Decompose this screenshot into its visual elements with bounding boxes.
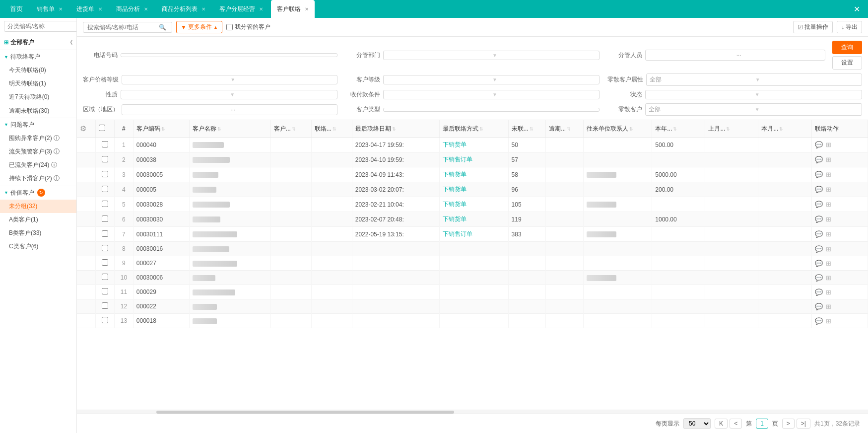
sidebar-group-value[interactable]: ▼ 价值客户 ↻ (0, 186, 76, 200)
filter-level-select[interactable]: ▼ (383, 75, 600, 84)
message-icon[interactable]: 💬 (815, 289, 823, 296)
cell-checkbox[interactable] (96, 314, 115, 328)
cell-checkbox[interactable] (96, 256, 115, 271)
sidebar-item-tomorrow[interactable]: 明天待联络(1) (0, 77, 76, 90)
message-icon[interactable]: 💬 (815, 171, 823, 178)
nav-close-btn[interactable]: ✕ (850, 4, 864, 14)
message-icon[interactable]: 💬 (815, 274, 823, 282)
next-page-btn[interactable]: > (782, 419, 795, 429)
cell-checkbox[interactable] (96, 212, 115, 227)
filter-scattered-select[interactable]: 全部 ▼ (645, 103, 862, 116)
sidebar-item-today[interactable]: 今天待联络(0) (0, 64, 76, 77)
filter-search-input[interactable] (87, 24, 157, 31)
col-name[interactable]: 客户名称⇅ (190, 120, 271, 138)
grid-icon[interactable]: ⊞ (826, 186, 831, 193)
filter-phone-input[interactable] (121, 53, 337, 57)
sidebar-item-warning[interactable]: 流失预警客户(3) ⓘ (0, 145, 76, 158)
nav-tab-customer-contact[interactable]: 客户联络 ✕ (271, 0, 315, 18)
filter-manager-select[interactable]: ··· (645, 50, 825, 61)
export-btn[interactable]: ↓ 导出 (837, 21, 862, 33)
filter-nature-select[interactable]: ▼ (121, 90, 337, 99)
nav-tab-sales[interactable]: 销售单 ✕ (31, 0, 68, 18)
message-icon[interactable]: 💬 (815, 216, 823, 223)
col-code[interactable]: 客户编码⇅ (133, 120, 189, 138)
cell-checkbox[interactable] (96, 182, 115, 197)
message-icon[interactable]: 💬 (815, 230, 823, 238)
col-last-date[interactable]: 最后联络日期⇅ (352, 120, 439, 138)
row-checkbox[interactable] (102, 201, 108, 207)
col-no-contact[interactable]: 未联...⇅ (508, 120, 546, 138)
filter-search-box[interactable]: 🔍 (83, 22, 172, 33)
message-icon[interactable]: 💬 (815, 141, 823, 148)
grid-icon[interactable]: ⊞ (826, 171, 831, 178)
col-biz-contact[interactable]: 往来单位联系人⇅ (583, 120, 652, 138)
cell-checkbox[interactable] (96, 271, 115, 285)
cell-checkbox[interactable] (96, 285, 115, 299)
contact-way-link[interactable]: 下销售订单 (443, 156, 472, 163)
cell-checkbox[interactable] (96, 242, 115, 256)
grid-icon[interactable]: ⊞ (826, 201, 831, 208)
row-checkbox[interactable] (102, 317, 108, 323)
col-this-year[interactable]: 本年...⇅ (652, 120, 705, 138)
row-checkbox[interactable] (102, 245, 108, 251)
page-size-select[interactable]: 50 100 (683, 418, 711, 429)
grid-icon[interactable]: ⊞ (826, 274, 831, 282)
close-tab-customer-layer[interactable]: ✕ (259, 6, 263, 12)
message-icon[interactable]: 💬 (815, 201, 823, 208)
col-this-month[interactable]: 本月...⇅ (758, 120, 811, 138)
cell-checkbox[interactable] (96, 227, 115, 242)
row-checkbox[interactable] (102, 186, 108, 192)
last-page-btn[interactable]: >| (797, 419, 810, 429)
grid-icon[interactable]: ⊞ (826, 230, 831, 238)
col-contact[interactable]: 联络...⇅ (311, 120, 352, 138)
row-checkbox[interactable] (102, 274, 108, 280)
row-checkbox[interactable] (102, 288, 108, 294)
cell-checkbox[interactable] (96, 152, 115, 167)
message-icon[interactable]: 💬 (815, 186, 823, 193)
row-checkbox[interactable] (102, 302, 108, 309)
nav-home[interactable]: 首页 (4, 4, 29, 13)
contact-way-link[interactable]: 下销货单 (443, 186, 467, 193)
contact-way-link[interactable]: 下销货单 (443, 141, 467, 148)
cell-checkbox[interactable] (96, 138, 115, 152)
filter-status-select[interactable]: ▼ (645, 90, 862, 99)
grid-icon[interactable]: ⊞ (826, 245, 831, 253)
col-settings[interactable]: ⚙ (77, 120, 96, 138)
sidebar-item-class-c[interactable]: C类客户(6) (0, 240, 76, 253)
contact-way-link[interactable]: 下销货单 (443, 216, 467, 222)
grid-icon[interactable]: ⊞ (826, 289, 831, 296)
message-icon[interactable]: 💬 (815, 156, 823, 163)
col-checkbox[interactable] (96, 120, 115, 138)
contact-way-link[interactable]: 下销货单 (443, 201, 467, 208)
nav-tab-analysis[interactable]: 商品分析 ✕ (110, 0, 154, 18)
filter-customer-type-select[interactable] (383, 108, 600, 112)
dots-icon-2[interactable]: ··· (228, 106, 334, 113)
col-last-way[interactable]: 最后联络方式⇅ (440, 120, 509, 138)
sidebar-item-declining[interactable]: 持续下滑客户(2) ⓘ (0, 172, 76, 185)
row-checkbox[interactable] (102, 216, 108, 222)
col-overdue[interactable]: 逾期...⇅ (546, 120, 584, 138)
grid-icon[interactable]: ⊞ (826, 317, 831, 325)
reset-btn[interactable]: 设置 (832, 56, 862, 70)
filter-scattered-attr-select[interactable]: 全部 ▼ (646, 73, 862, 86)
nav-tab-analysis-list[interactable]: 商品分析列表 ✕ (156, 0, 211, 18)
prev-page-btn[interactable]: < (730, 419, 742, 429)
filter-price-level-select[interactable]: ▼ (122, 75, 337, 84)
close-tab-analysis[interactable]: ✕ (144, 6, 148, 12)
sidebar-all-customers[interactable]: ⊞ 全部客户 《 (0, 35, 76, 50)
my-customers-checkbox[interactable]: 我分管的客户 (226, 23, 270, 31)
contact-way-link[interactable]: 下销售订单 (443, 230, 472, 237)
first-page-btn[interactable]: K (715, 419, 728, 429)
sidebar-item-overdue[interactable]: 逾期未联络(30) (0, 104, 76, 118)
more-conditions-btn[interactable]: ▼ 更多条件 ▲ (176, 21, 222, 33)
filter-region-select[interactable]: ··· (122, 104, 337, 115)
nav-tab-purchase[interactable]: 进货单 ✕ (70, 0, 108, 18)
grid-icon[interactable]: ⊞ (826, 156, 831, 163)
row-checkbox[interactable] (102, 171, 108, 177)
sidebar-item-7days[interactable]: 近7天待联络(0) (0, 90, 76, 104)
close-tab-purchase[interactable]: ✕ (98, 6, 102, 12)
sidebar-item-ungroup[interactable]: 未分组(32) (0, 200, 76, 213)
message-icon[interactable]: 💬 (815, 303, 823, 310)
col-last-month[interactable]: 上月...⇅ (705, 120, 758, 138)
row-checkbox[interactable] (102, 156, 108, 162)
